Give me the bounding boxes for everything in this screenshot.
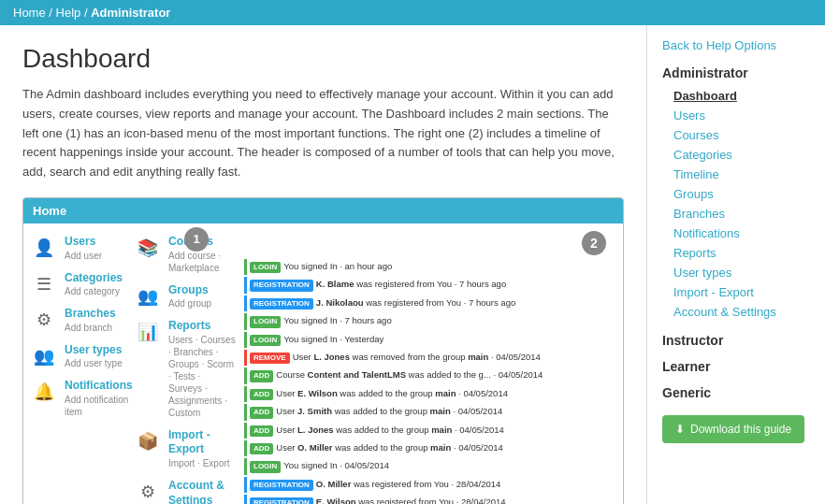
tl-entry-12: LOGINYou signed In · 04/05/2014 — [244, 458, 615, 474]
tl-entry-11: ADDUser O. Miller was added to the group… — [244, 440, 615, 456]
sidebar-item-dashboard[interactable]: Dashboard — [662, 86, 810, 106]
import-icon: 📦 — [135, 428, 161, 454]
sidebar-item-import-export[interactable]: Import - Export — [662, 282, 810, 302]
page-title: Dashboard — [22, 44, 624, 74]
sidebar-item-account-settings[interactable]: Account & Settings — [662, 302, 810, 322]
dashboard-screenshot: Home 1 👤 UsersAdd user — [22, 197, 624, 504]
courses-icon: 📚 — [135, 235, 161, 261]
breadcrumb: Home / Help / Administrator — [0, 0, 825, 25]
intro-text: The Admin dashboard includes everything … — [22, 85, 624, 182]
ds-menu-notifications: 🔔 NotificationsAdd notification item — [31, 379, 133, 418]
ds-menu-users: 👤 UsersAdd user — [31, 235, 133, 262]
sidebar-item-categories[interactable]: Categories — [662, 145, 810, 165]
sidebar-admin-section: Administrator Dashboard Users Courses Ca… — [662, 65, 810, 322]
sidebar-instructor-title: Instructor — [662, 333, 810, 348]
tl-entry-8: ADDUser E. Wilson was added to the group… — [244, 386, 615, 402]
sidebar-generic-title: Generic — [662, 385, 810, 400]
ds-menu-reports: 📊 ReportsUsers · Courses · Branches · Gr… — [135, 319, 237, 419]
users-icon: 👤 — [31, 235, 57, 261]
tl-entry-3: REGISTRATIONJ. Nikolaou was registered f… — [244, 295, 615, 311]
ds-menu-groups: 👥 GroupsAdd group — [135, 283, 237, 310]
tl-entry-14: REGISTRATIONE. Wilson was registered fro… — [244, 495, 615, 504]
breadcrumb-home[interactable]: Home — [13, 6, 46, 20]
ds-menu-categories: ☰ CategoriesAdd category — [31, 271, 133, 298]
ds-menu-settings: ⚙ Account & SettingsBasic settings · Use… — [135, 479, 237, 504]
ds-header: Home — [23, 198, 623, 223]
breadcrumb-sep2: / — [84, 6, 88, 20]
breadcrumb-help[interactable]: Help — [56, 6, 81, 20]
tl-entry-13: REGISTRATIONO. Miller was registered fro… — [244, 477, 615, 493]
sidebar-admin-title: Administrator — [662, 65, 810, 80]
sidebar-item-user-types[interactable]: User types — [662, 263, 810, 282]
download-label: Download this guide — [690, 423, 791, 436]
groups-icon: 👥 — [135, 283, 161, 310]
sidebar-learner-section: Learner — [662, 359, 810, 374]
tl-entry-4: LOGINYou signed In · 7 hours ago — [244, 313, 615, 329]
content-area: Dashboard The Admin dashboard includes e… — [0, 25, 647, 504]
sidebar-generic-section: Generic — [662, 385, 810, 400]
tl-entry-6: REMOVEUser L. Jones was removed from the… — [244, 350, 615, 366]
sidebar-item-branches[interactable]: Branches — [662, 204, 810, 223]
sidebar-item-timeline[interactable]: Timeline — [662, 165, 810, 184]
reports-icon: 📊 — [135, 319, 161, 345]
sidebar-item-users[interactable]: Users — [662, 106, 810, 125]
sidebar-item-groups[interactable]: Groups — [662, 184, 810, 204]
tl-entry-5: LOGINYou signed In · Yesterday — [244, 332, 615, 348]
breadcrumb-sep1: / — [49, 6, 52, 20]
download-icon: ⬇ — [675, 423, 685, 436]
sidebar-item-courses[interactable]: Courses — [662, 125, 810, 145]
ds-timeline: 2 LOGINYou signed In · an hour ago REGIS… — [244, 231, 615, 504]
tl-entry-2: REGISTRATIONK. Blame was registered from… — [244, 277, 615, 293]
tl-entry-9: ADDUser J. Smith was added to the group … — [244, 404, 615, 420]
back-to-help-link[interactable]: Back to Help Options — [662, 38, 810, 52]
usertypes-icon: 👥 — [31, 343, 57, 369]
sidebar: Back to Help Options Administrator Dashb… — [647, 25, 825, 504]
ds-menu-usertypes: 👥 User typesAdd user type — [31, 343, 133, 370]
download-guide-button[interactable]: ⬇ Download this guide — [662, 415, 804, 443]
ds-menu-import: 📦 Import - ExportImport · Export — [135, 428, 237, 469]
sidebar-learner-title: Learner — [662, 359, 810, 374]
sidebar-item-notifications[interactable]: Notifications — [662, 223, 810, 243]
tl-entry-10: ADDUser L. Jones was added to the group … — [244, 423, 615, 439]
breadcrumb-current: Administrator — [91, 6, 170, 20]
sidebar-item-reports[interactable]: Reports — [662, 243, 810, 263]
ds-left-menu: 1 👤 UsersAdd user ☰ CategoriesAdd catego… — [31, 231, 237, 504]
branches-icon: ⚙ — [31, 307, 57, 333]
categories-icon: ☰ — [31, 271, 57, 297]
sidebar-instructor-section: Instructor — [662, 333, 810, 348]
tl-entry-1: LOGINYou signed In · an hour ago — [244, 259, 615, 275]
ds-menu-branches: ⚙ BranchesAdd branch — [31, 307, 133, 334]
notifications-icon: 🔔 — [31, 379, 57, 405]
settings-icon: ⚙ — [135, 479, 161, 504]
ds-header-label: Home — [33, 204, 66, 218]
tl-entry-7: ADDCourse Content and TalentLMS was adde… — [244, 367, 615, 383]
